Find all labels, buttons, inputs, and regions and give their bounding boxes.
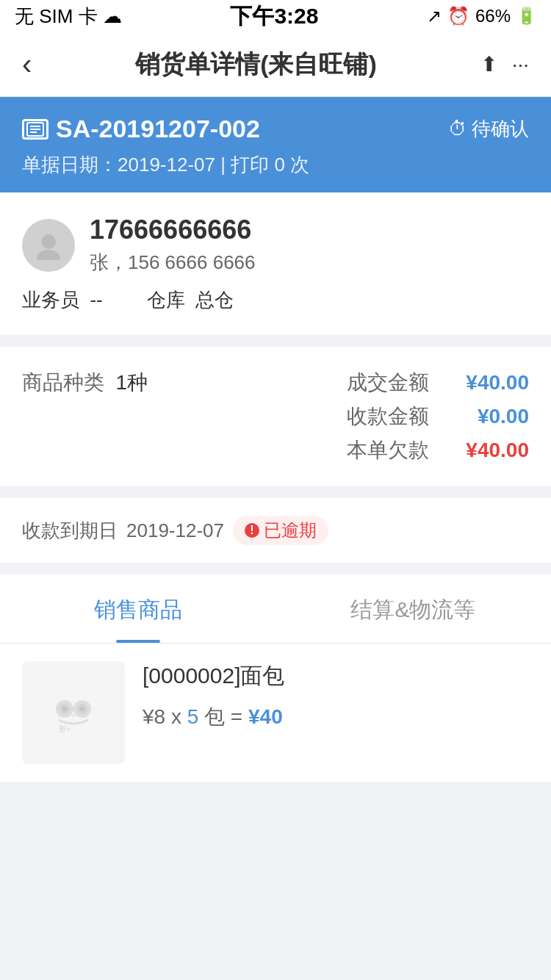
share-button[interactable]: ⬆ bbox=[480, 52, 497, 76]
tab-sales-goods-label: 销售商品 bbox=[94, 597, 182, 621]
product-type-value: 1种 bbox=[116, 371, 148, 394]
battery-icon: 🔋 bbox=[516, 7, 536, 26]
product-calc: ¥8 x 5 包 = ¥40 bbox=[143, 703, 529, 731]
battery-status: 66% bbox=[475, 6, 511, 26]
customer-phone: 17666666666 bbox=[90, 215, 256, 245]
status-left: 无 SIM 卡 ☁ bbox=[15, 4, 122, 29]
tab-settlement-label: 结算&物流等 bbox=[350, 597, 475, 621]
nav-bar: ‹ 销货单详情(来自旺铺) ⬆ ··· bbox=[0, 32, 551, 97]
product-equals: = bbox=[231, 705, 248, 728]
transaction-amount-value: ¥40.00 bbox=[441, 371, 529, 394]
order-date: 单据日期：2019-12-07 | 打印 0 次 bbox=[22, 152, 529, 178]
order-status: ⏱ 待确认 bbox=[448, 116, 529, 142]
customer-name: 张，156 6666 6666 bbox=[90, 250, 256, 275]
svg-marker-12 bbox=[71, 714, 76, 718]
svg-text:野+: 野+ bbox=[59, 725, 71, 733]
status-text: 待确认 bbox=[472, 116, 529, 142]
salesperson-label: 业务员 bbox=[22, 289, 79, 311]
status-bar: 无 SIM 卡 ☁ 下午3:28 ↗ ⏰ 66% 🔋 bbox=[0, 0, 551, 32]
salesperson-value: -- bbox=[90, 289, 102, 311]
product-image: 野+ bbox=[22, 661, 125, 764]
product-qty: 5 bbox=[187, 705, 199, 728]
customer-section: 17666666666 张，156 6666 6666 业务员 -- 仓库 总仓 bbox=[0, 192, 551, 335]
product-unit: 包 bbox=[204, 705, 225, 728]
warehouse-label: 仓库 bbox=[147, 289, 185, 311]
order-id-text: SA-20191207-002 bbox=[56, 115, 260, 143]
clock-icon: ⏱ bbox=[448, 118, 467, 140]
svg-point-10 bbox=[62, 707, 67, 711]
svg-point-4 bbox=[41, 234, 56, 249]
warehouse-value: 总仓 bbox=[195, 289, 234, 311]
tabs-section: 销售商品 结算&物流等 bbox=[0, 574, 551, 782]
collected-amount-value: ¥0.00 bbox=[441, 405, 529, 428]
salesperson-field: 业务员 -- bbox=[22, 287, 103, 313]
status-right: ↗ ⏰ 66% 🔋 bbox=[427, 6, 536, 26]
tabs-header: 销售商品 结算&物流等 bbox=[0, 574, 551, 644]
customer-top: 17666666666 张，156 6666 6666 bbox=[22, 215, 529, 275]
page-title: 销货单详情(来自旺铺) bbox=[32, 48, 480, 82]
banner-top-row: SA-20191207-002 ⏱ 待确认 bbox=[22, 115, 529, 143]
product-section: 野+ [0000002]面包 ¥8 x 5 包 = ¥40 bbox=[0, 644, 551, 782]
transaction-amount-row: 成交金额 ¥40.00 bbox=[347, 369, 529, 397]
collected-amount-row: 收款金额 ¥0.00 bbox=[347, 403, 529, 430]
svg-point-5 bbox=[37, 250, 60, 260]
amounts-section: 成交金额 ¥40.00 收款金额 ¥0.00 本单欠款 ¥40.00 bbox=[347, 369, 529, 464]
product-type-label: 商品种类 bbox=[22, 371, 104, 394]
tab-sales-goods[interactable]: 销售商品 bbox=[0, 574, 276, 643]
location-icon: ↗ bbox=[427, 6, 442, 26]
nav-right-icons: ⬆ ··· bbox=[480, 52, 529, 76]
order-header-banner: SA-20191207-002 ⏱ 待确认 单据日期：2019-12-07 | … bbox=[0, 97, 551, 192]
owed-amount-value: ¥40.00 bbox=[441, 439, 529, 462]
product-price: ¥8 bbox=[143, 705, 165, 728]
owed-amount-label: 本单欠款 bbox=[347, 436, 429, 464]
product-info: [0000002]面包 ¥8 x 5 包 = ¥40 bbox=[143, 661, 529, 731]
owed-amount-row: 本单欠款 ¥40.00 bbox=[347, 436, 529, 464]
product-multiply: x bbox=[171, 705, 187, 728]
summary-section: 商品种类 1种 成交金额 ¥40.00 收款金额 ¥0.00 本单欠款 ¥40.… bbox=[0, 347, 551, 486]
tab-settlement[interactable]: 结算&物流等 bbox=[276, 574, 551, 643]
content-spacer bbox=[0, 782, 551, 980]
collected-amount-label: 收款金额 bbox=[347, 403, 429, 430]
customer-info: 17666666666 张，156 6666 6666 bbox=[90, 215, 256, 275]
status-time: 下午3:28 bbox=[230, 1, 318, 32]
product-name: [0000002]面包 bbox=[143, 661, 529, 691]
product-item: 野+ [0000002]面包 ¥8 x 5 包 = ¥40 bbox=[22, 661, 529, 764]
overdue-badge: ! 已逾期 bbox=[233, 516, 328, 545]
due-date-section: 收款到期日 2019-12-07 ! 已逾期 bbox=[0, 498, 551, 563]
due-date-label: 收款到期日 bbox=[22, 518, 118, 544]
order-id-container: SA-20191207-002 bbox=[22, 115, 260, 143]
avatar bbox=[22, 219, 75, 272]
product-total: ¥40 bbox=[248, 705, 283, 728]
transaction-amount-label: 成交金额 bbox=[347, 369, 429, 397]
warehouse-field: 仓库 总仓 bbox=[147, 287, 234, 313]
customer-meta: 业务员 -- 仓库 总仓 bbox=[22, 287, 529, 313]
more-button[interactable]: ··· bbox=[512, 53, 529, 76]
warning-icon: ! bbox=[245, 523, 259, 538]
back-button[interactable]: ‹ bbox=[22, 48, 32, 81]
overdue-text: 已逾期 bbox=[264, 519, 317, 542]
alarm-icon: ⏰ bbox=[447, 6, 469, 26]
due-date-value: 2019-12-07 bbox=[126, 519, 224, 542]
svg-point-11 bbox=[80, 707, 84, 711]
order-doc-icon bbox=[22, 119, 48, 140]
sim-status: 无 SIM 卡 ☁ bbox=[15, 4, 122, 29]
product-type-field: 商品种类 1种 bbox=[22, 369, 148, 397]
